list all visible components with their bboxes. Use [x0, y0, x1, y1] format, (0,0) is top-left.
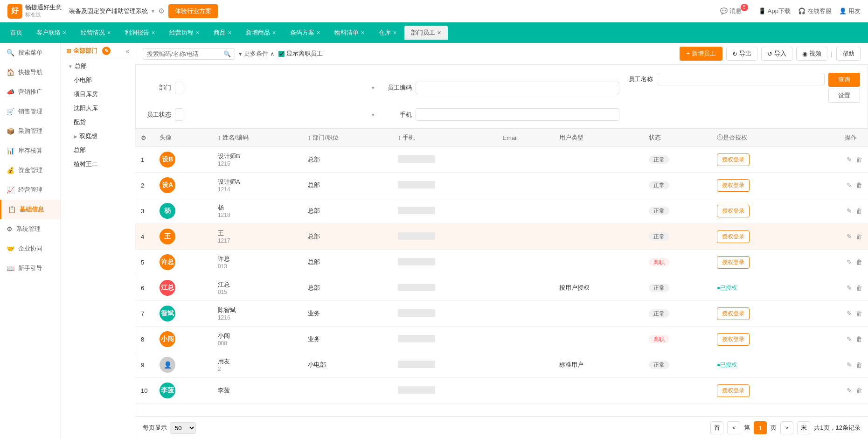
reset-button[interactable]: 设置	[828, 89, 860, 103]
auth-login-button[interactable]: 授权登录	[717, 307, 750, 320]
tree-node-project[interactable]: 项目库房	[61, 87, 135, 101]
settings-icon[interactable]: ⚙	[158, 7, 165, 15]
user-avatar[interactable]: 👤 用友	[839, 7, 861, 15]
trial-button[interactable]: 体验行业方案	[168, 4, 218, 18]
edit-button[interactable]: ✎	[847, 207, 852, 215]
nav-item-finance[interactable]: 💰 资金管理	[0, 160, 60, 180]
auth-login-button[interactable]: 授权登录	[717, 256, 750, 269]
name-input[interactable]	[657, 73, 825, 85]
edit-button[interactable]: ✎	[847, 310, 852, 317]
search-button[interactable]: 查询	[828, 73, 860, 87]
nav-item-sales[interactable]: 🛒 销售管理	[0, 102, 60, 121]
tab-close-icon[interactable]: ✕	[393, 30, 397, 36]
online-service-button[interactable]: 🎧 在线客服	[798, 7, 832, 15]
tree-node-distribution[interactable]: 配货	[61, 115, 135, 129]
nav-item-guide[interactable]: 📖 新手引导	[0, 258, 60, 278]
tree-node-shuangting[interactable]: ▶ 双庭想	[61, 129, 135, 143]
tab-goods[interactable]: 商品 ✕	[207, 26, 238, 40]
edit-button[interactable]: ✎	[847, 156, 852, 163]
last-page-button[interactable]: 末	[797, 421, 810, 434]
show-resigned-checkbox[interactable]: 显示离职员工	[278, 49, 323, 58]
nav-item-quicknav[interactable]: 🏠 快捷导航	[0, 63, 60, 82]
tree-node-xiaodian[interactable]: 小电部	[61, 73, 135, 87]
nav-item-system[interactable]: ⚙ 系统管理	[0, 219, 60, 239]
tab-warehouse[interactable]: 仓库 ✕	[372, 26, 403, 40]
delete-button[interactable]: 🗑	[856, 156, 862, 163]
edit-button[interactable]: ✎	[847, 284, 852, 292]
edit-button[interactable]: ✎	[847, 335, 852, 343]
tab-close-icon[interactable]: ✕	[316, 30, 320, 36]
message-button[interactable]: 💬 消息 5	[720, 7, 751, 15]
edit-button[interactable]: ✎	[847, 361, 852, 369]
auth-login-button[interactable]: 授权登录	[717, 333, 750, 346]
edit-button[interactable]: ✎	[847, 258, 852, 266]
settings-col-icon[interactable]: ⚙	[141, 134, 146, 141]
tab-close-icon[interactable]: ✕	[228, 30, 232, 36]
dropdown-arrow-icon[interactable]: ▾	[152, 8, 154, 14]
tab-close-icon[interactable]: ✕	[107, 30, 111, 36]
tree-action-icon[interactable]: ✎	[102, 47, 111, 55]
status-select[interactable]	[175, 108, 183, 121]
auth-login-button[interactable]: 授权登录	[717, 179, 750, 192]
delete-button[interactable]: 🗑	[856, 258, 862, 266]
tree-node-zhishu[interactable]: 植树王二	[61, 157, 135, 171]
delete-button[interactable]: 🗑	[856, 387, 862, 394]
import-button[interactable]: ↺ 导入	[761, 47, 792, 61]
first-page-button[interactable]: 首	[710, 421, 723, 434]
next-page-button[interactable]: ＞	[780, 421, 793, 434]
tab-close-icon[interactable]: ✕	[151, 30, 155, 36]
nav-item-basic[interactable]: 📋 基础信息	[0, 200, 60, 219]
tab-close-icon[interactable]: ✕	[62, 30, 67, 36]
search-input[interactable]	[147, 50, 222, 57]
tab-close-icon[interactable]: ✕	[361, 30, 365, 36]
delete-button[interactable]: 🗑	[856, 335, 862, 343]
edit-button[interactable]: ✎	[847, 387, 852, 394]
tab-bom[interactable]: 物料清单 ✕	[328, 26, 371, 40]
tab-add-goods[interactable]: 新增商品 ✕	[239, 26, 283, 40]
collapse-icon[interactable]: «	[126, 48, 129, 55]
tab-employees[interactable]: 部门员工 ✕	[404, 26, 448, 40]
delete-button[interactable]: 🗑	[856, 361, 862, 369]
delete-button[interactable]: 🗑	[856, 207, 862, 215]
dept-select[interactable]	[175, 82, 183, 94]
view-button[interactable]: ◉ 视频	[796, 47, 827, 61]
page-size-select[interactable]: 50 20 100	[170, 422, 196, 434]
phone-input[interactable]	[416, 108, 619, 121]
tab-barcode[interactable]: 条码方案 ✕	[284, 26, 327, 40]
search-icon[interactable]: 🔍	[223, 50, 231, 57]
tab-close-icon[interactable]: ✕	[195, 30, 200, 36]
prev-page-button[interactable]: ＜	[727, 421, 740, 434]
nav-item-marketing[interactable]: 📣 营销推广	[0, 82, 60, 102]
delete-button[interactable]: 🗑	[856, 310, 862, 317]
auth-login-button[interactable]: 授权登录	[717, 384, 750, 397]
tab-close-icon[interactable]: ✕	[272, 30, 276, 36]
help-button[interactable]: 帮助	[836, 47, 861, 61]
delete-button[interactable]: 🗑	[856, 181, 862, 189]
edit-button[interactable]: ✎	[847, 233, 852, 240]
nav-item-purchase[interactable]: 📦 采购管理	[0, 121, 60, 141]
nav-item-enterprise[interactable]: 🤝 企业协同	[0, 239, 60, 258]
delete-button[interactable]: 🗑	[856, 233, 862, 240]
delete-button[interactable]: 🗑	[856, 284, 862, 292]
tab-operations[interactable]: 经营情况 ✕	[74, 26, 118, 40]
more-filters-button[interactable]: ▾ 更多条件 ∧	[239, 49, 275, 58]
tree-node-shenyang[interactable]: 沈阳大库	[61, 101, 135, 115]
tab-close-icon[interactable]: ✕	[437, 30, 441, 36]
auth-login-button[interactable]: 授权登录	[717, 205, 750, 217]
tab-customer[interactable]: 客户联络 ✕	[30, 26, 73, 40]
nav-item-search[interactable]: 🔍 搜索菜单	[0, 43, 60, 63]
edit-button[interactable]: ✎	[847, 181, 852, 189]
tab-profit[interactable]: 利润报告 ✕	[118, 26, 162, 40]
add-employee-button[interactable]: + 新增员工	[680, 47, 722, 61]
tree-node-root[interactable]: ▼ 总部	[61, 59, 135, 73]
auth-login-button[interactable]: 授权登录	[717, 230, 750, 243]
app-download-button[interactable]: 📱 App下载	[758, 7, 791, 15]
nav-item-operations[interactable]: 📈 经营管理	[0, 180, 60, 200]
nav-item-inventory[interactable]: 📊 库存核算	[0, 141, 60, 160]
tab-history[interactable]: 经营历程 ✕	[163, 26, 206, 40]
auth-login-button[interactable]: 授权登录	[717, 153, 750, 166]
code-input[interactable]	[416, 82, 619, 94]
tree-node-zongbu[interactable]: 总部	[61, 143, 135, 157]
current-page-button[interactable]: 1	[754, 421, 767, 434]
tab-home[interactable]: 首页	[4, 26, 29, 40]
